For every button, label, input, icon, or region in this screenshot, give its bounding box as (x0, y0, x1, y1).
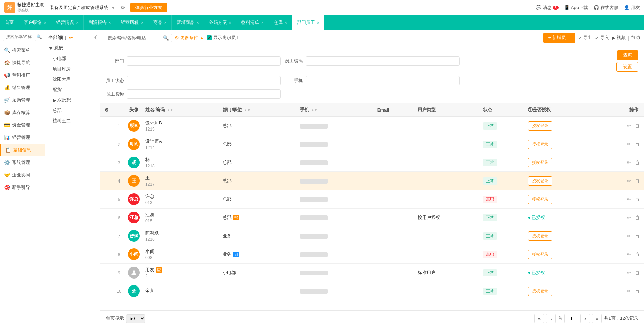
sidebar-item-sales[interactable]: 💰 销售管理 (0, 81, 45, 94)
delete-button[interactable]: 🗑 (634, 232, 641, 239)
sidebar-item-finance[interactable]: 💳 资金管理 (0, 119, 45, 131)
online-support-button[interactable]: 🎧 在线客服 (593, 5, 618, 11)
add-employee-button[interactable]: + 新增员工 (543, 33, 575, 43)
sidebar-item-nav[interactable]: 🏠 快捷导航 (0, 56, 45, 69)
auth-button[interactable]: 授权登录 (528, 176, 552, 186)
dept-edit-icon[interactable]: ✏ (69, 35, 73, 41)
dept-node-headquarters[interactable]: ▼ 总部 (45, 43, 100, 53)
tab-goods-close[interactable]: × (164, 20, 166, 25)
dept-node-zhishu[interactable]: 植树王二 (45, 116, 100, 126)
search-input[interactable] (108, 35, 163, 41)
help-button[interactable]: | 帮助 (628, 35, 640, 41)
tab-profit[interactable]: 利润报告 × (84, 15, 116, 30)
tab-operation-close[interactable]: × (76, 20, 78, 25)
delete-button[interactable]: 🗑 (634, 196, 641, 203)
tab-newgoods[interactable]: 新增商品 × (172, 15, 204, 30)
edit-button[interactable]: ✏ (625, 269, 632, 276)
export-button[interactable]: ↗ 导出 (578, 35, 592, 41)
view-button[interactable]: ▶ 视频 (612, 35, 626, 41)
dept-node-shuangmo[interactable]: ▶ 双磨想 (45, 95, 100, 105)
sidebar-item-bizmanage[interactable]: 📊 经营管理 (0, 131, 45, 144)
tab-journey-close[interactable]: × (141, 20, 143, 25)
search-button[interactable]: 🔍 (163, 35, 169, 41)
auth-button[interactable]: 授权登录 (528, 287, 552, 296)
delete-button[interactable]: 🗑 (634, 288, 641, 294)
tab-newgoods-close[interactable]: × (197, 20, 199, 25)
tab-barcode-close[interactable]: × (229, 20, 231, 25)
tab-home[interactable]: 首页 (0, 15, 19, 30)
dept-node-shenyang[interactable]: 沈阳大库 (45, 74, 100, 85)
import-button[interactable]: ↙ 导入 (595, 35, 609, 41)
tab-operation[interactable]: 经营情况 × (51, 15, 83, 30)
filter-status-select[interactable] (127, 76, 281, 85)
edit-button[interactable]: ✏ (625, 122, 632, 129)
sidebar-item-basic[interactable]: 📋 基础信息 (0, 144, 45, 156)
col-settings[interactable]: ⚙ (100, 103, 113, 117)
auth-button[interactable]: 授权登录 (528, 250, 552, 259)
col-name-sort[interactable]: ▲▼ (167, 109, 173, 112)
edit-button[interactable]: ✏ (625, 214, 632, 221)
col-phone[interactable]: 手机 ▲▼ (297, 103, 374, 117)
app-download-button[interactable]: 📱 App下载 (564, 5, 588, 11)
tab-staff-close[interactable]: × (317, 20, 319, 25)
auth-button[interactable]: 授权登录 (528, 158, 552, 167)
sidebar-item-collab[interactable]: 🤝 企业协同 (0, 169, 45, 181)
sidebar-item-guide[interactable]: 🎯 新手引导 (0, 181, 45, 194)
tab-goods[interactable]: 商品 × (148, 15, 172, 30)
page-number-input[interactable] (564, 314, 578, 323)
sidebar-item-marketing[interactable]: 📢 营销推广 (0, 69, 45, 81)
delete-button[interactable]: 🗑 (634, 214, 641, 221)
dept-node-zongbu[interactable]: 总部 (45, 105, 100, 116)
edit-button[interactable]: ✏ (625, 232, 632, 239)
auth-button[interactable]: 授权登录 (528, 121, 552, 131)
delete-button[interactable]: 🗑 (634, 269, 641, 276)
tab-staff[interactable]: 部门员工 × (292, 15, 324, 30)
auth-button[interactable]: 授权登录 (528, 231, 552, 241)
col-name[interactable]: 姓名/编码 ▲▼ (143, 103, 220, 117)
tab-barcode[interactable]: 条码方案 × (204, 15, 236, 30)
sidebar-search-input[interactable] (3, 33, 36, 41)
dept-node-xiaodian[interactable]: 小电部 (45, 53, 100, 64)
sidebar-item-system[interactable]: ⚙️ 系统管理 (0, 156, 45, 169)
query-button[interactable]: 查询 (617, 50, 638, 60)
trial-button[interactable]: 体验行业方案 (130, 3, 167, 12)
sidebar-item-purchase[interactable]: 🛒 采购管理 (0, 94, 45, 106)
message-button[interactable]: 💬 消息 5 (536, 5, 559, 11)
col-phone-sort[interactable]: ▲▼ (311, 109, 317, 112)
delete-button[interactable]: 🗑 (634, 177, 641, 184)
tab-customer[interactable]: 客户联络 × (19, 15, 51, 30)
col-dept-sort[interactable]: ▲▼ (244, 109, 251, 112)
edit-button[interactable]: ✏ (625, 177, 632, 184)
reset-button[interactable]: 设置 (616, 62, 638, 72)
filter-phone-input[interactable] (306, 76, 460, 85)
delete-button[interactable]: 🗑 (634, 251, 641, 258)
tab-warehouse[interactable]: 仓库 × (269, 15, 292, 30)
settings-button[interactable]: ⚙ (118, 3, 128, 12)
auth-button[interactable]: 授权登录 (528, 140, 552, 149)
tab-profit-close[interactable]: × (109, 20, 111, 25)
show-resigned-checkbox[interactable] (207, 35, 212, 40)
filter-dept-select[interactable] (127, 56, 281, 66)
col-dept[interactable]: 部门/职位 ▲▼ (220, 103, 297, 117)
edit-button[interactable]: ✏ (625, 141, 632, 148)
delete-button[interactable]: 🗑 (634, 122, 641, 129)
delete-button[interactable]: 🗑 (634, 159, 641, 166)
user-button[interactable]: 👤 用友 (624, 5, 640, 11)
edit-button[interactable]: ✏ (625, 251, 632, 258)
tab-bom-close[interactable]: × (261, 20, 263, 25)
edit-button[interactable]: ✏ (625, 159, 632, 166)
sidebar-item-inventory[interactable]: 📦 库存核算 (0, 106, 45, 119)
dept-node-peihuo[interactable]: 配货 (45, 85, 100, 95)
filter-name-input[interactable] (127, 89, 281, 99)
dept-node-projectroom[interactable]: 项目库房 (45, 64, 100, 74)
last-page-button[interactable]: » (592, 314, 602, 323)
next-page-button[interactable]: › (580, 314, 590, 323)
tab-warehouse-close[interactable]: × (285, 20, 287, 25)
tab-bom[interactable]: 物料清单 × (236, 15, 269, 30)
sidebar-item-search[interactable]: 🔍 搜索菜单 (0, 44, 45, 56)
dept-collapse-icon[interactable]: 《 (92, 35, 97, 41)
tab-journey[interactable]: 经营历程 × (116, 15, 148, 30)
auth-button[interactable]: 授权登录 (528, 195, 552, 204)
filter-btn[interactable]: ⚙ 更多条件 ▲ (175, 35, 204, 41)
per-page-select[interactable]: 50 20 100 (126, 314, 145, 323)
